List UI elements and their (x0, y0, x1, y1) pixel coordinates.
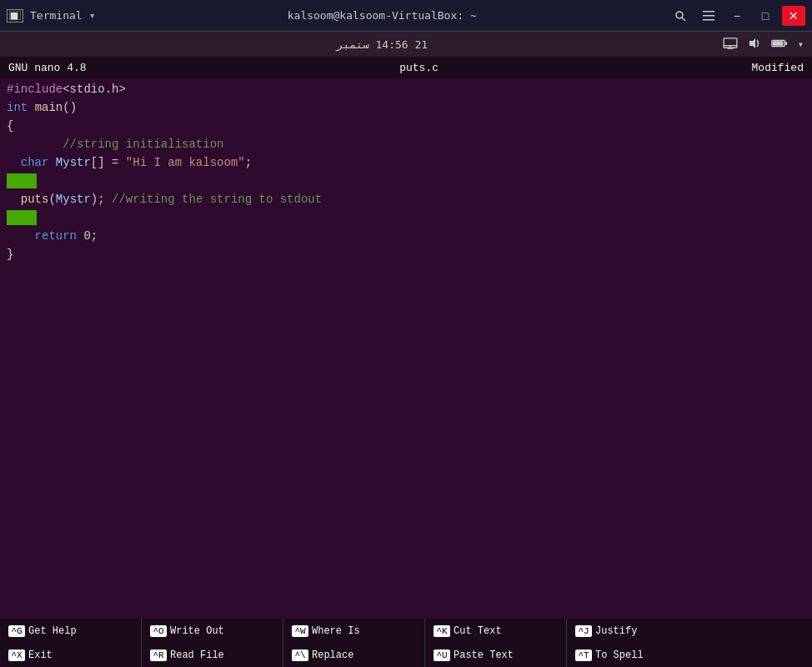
maximize-button[interactable]: □ (754, 6, 777, 26)
titlebar-left: ⬜ Terminal ▾ (7, 9, 95, 23)
line-9: return 0; (3, 227, 809, 245)
shortcut-justify[interactable]: ^J Justify (567, 619, 709, 643)
shortcut-write-out[interactable]: ^O Write Out (142, 619, 283, 643)
line-2: int main() (3, 98, 809, 117)
search-button[interactable] (669, 6, 692, 26)
shortcut-paste-text[interactable]: ^U Paste Text (425, 643, 567, 667)
menu-button[interactable] (697, 6, 720, 26)
volume-icon (748, 38, 761, 52)
svg-rect-14 (773, 41, 784, 45)
shortcut-replace[interactable]: ^\ Replace (283, 643, 425, 667)
svg-marker-11 (749, 38, 755, 48)
titlebar-controls: − □ ✕ (669, 6, 805, 26)
nano-version: GNU nano 4.8 (8, 62, 87, 74)
nano-header: GNU nano 4.8 puts.c Modified (0, 57, 812, 78)
svg-rect-5 (703, 15, 714, 17)
minimize-button[interactable]: − (725, 6, 749, 26)
window-title: kalsoom@kalsoom-VirtualBox: ~ (95, 9, 669, 22)
shortcut-get-help[interactable]: ^G Get Help (0, 619, 142, 643)
line-10: } (3, 245, 809, 263)
svg-rect-4 (703, 11, 714, 13)
app-name: Terminal (30, 9, 83, 22)
shortcut-where-is[interactable]: ^W Where Is (283, 619, 425, 643)
green-mark-2 (7, 210, 37, 225)
nano-footer: ^G Get Help ^O Write Out ^W Where Is ^K … (0, 619, 812, 667)
shortcut-exit[interactable]: ^X Exit (0, 643, 142, 667)
shortcut-read-file[interactable]: ^R Read File (142, 643, 283, 667)
line-5: char Mystr[] = "Hi I am kalsoom"; (3, 153, 809, 172)
line-7: puts(Mystr); //writing the string to std… (3, 190, 809, 208)
arrow-down-icon[interactable]: ▾ (798, 38, 804, 50)
battery-icon (771, 38, 788, 51)
line-6 (3, 172, 809, 190)
svg-point-2 (676, 12, 683, 18)
close-button[interactable]: ✕ (782, 6, 805, 26)
svg-line-3 (682, 18, 685, 21)
titlebar: ⬜ Terminal ▾ kalsoom@kalsoom-VirtualBox:… (0, 0, 812, 32)
line-3: { (3, 117, 809, 135)
footer-row-2: ^X Exit ^R Read File ^\ Replace ^U Paste… (0, 643, 812, 667)
svg-text:⬜: ⬜ (10, 12, 18, 20)
line-4: //string initialisation (3, 135, 809, 153)
systembar-center: 14:56 21 ستمبر (337, 38, 429, 51)
svg-rect-6 (703, 19, 714, 21)
line-8 (3, 208, 809, 227)
systembar-right: ▾ (723, 38, 804, 52)
filename: puts.c (399, 62, 439, 74)
line-1: #include<stdio.h> (3, 80, 809, 98)
shortcut-to-spell[interactable]: ^T To Spell (567, 643, 709, 667)
terminal-icon: ⬜ (7, 9, 23, 23)
systembar: 14:56 21 ستمبر ▾ (0, 32, 812, 57)
modified-status: Modified (752, 62, 804, 74)
green-mark-1 (7, 173, 37, 188)
network-icon (723, 38, 738, 52)
dropdown-icon[interactable]: ▾ (89, 9, 96, 22)
footer-row-1: ^G Get Help ^O Write Out ^W Where Is ^K … (0, 619, 812, 643)
svg-rect-13 (784, 42, 787, 45)
editor-area[interactable]: #include<stdio.h> int main() { //string … (0, 78, 812, 619)
shortcut-cut-text[interactable]: ^K Cut Text (425, 619, 567, 643)
